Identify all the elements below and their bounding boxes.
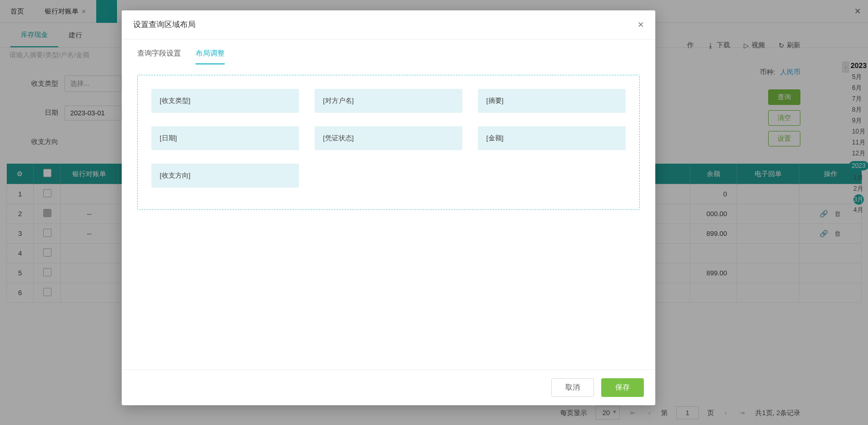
layout-dropzone[interactable]: [收支类型][对方户名][摘要][日期][凭证状态][金额][收支方向] <box>137 75 640 210</box>
layout-field-item[interactable]: [金额] <box>478 126 626 150</box>
save-button[interactable]: 保存 <box>601 378 644 397</box>
layout-field-item[interactable]: [收支方向] <box>151 164 299 188</box>
layout-field-item[interactable]: [凭证状态] <box>315 126 462 150</box>
layout-field-item[interactable]: [收支类型] <box>151 89 299 113</box>
layout-settings-modal: 设置查询区域布局 × 查询字段设置 布局调整 [收支类型][对方户名][摘要][… <box>122 10 655 405</box>
modal-tab-fields-label: 查询字段设置 <box>137 49 181 57</box>
cancel-button[interactable]: 取消 <box>551 378 594 397</box>
layout-field-item[interactable]: [对方户名] <box>315 89 462 113</box>
modal-tab-fields[interactable]: 查询字段设置 <box>137 49 181 64</box>
modal-title: 设置查询区域布局 <box>133 20 196 30</box>
modal-tab-layout-label: 布局调整 <box>196 49 225 57</box>
layout-field-item[interactable]: [日期] <box>151 126 299 150</box>
modal-tabs: 查询字段设置 布局调整 <box>137 49 640 64</box>
modal-close-icon[interactable]: × <box>638 19 644 31</box>
cancel-label: 取消 <box>565 383 580 391</box>
save-label: 保存 <box>615 383 630 391</box>
layout-field-item[interactable]: [摘要] <box>478 89 626 113</box>
modal-tab-layout[interactable]: 布局调整 <box>196 49 225 64</box>
